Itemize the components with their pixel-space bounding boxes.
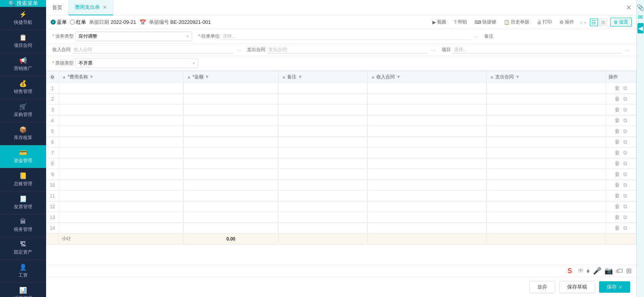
project-input[interactable]: [452, 46, 622, 53]
income-contract-cell[interactable]: [368, 201, 487, 212]
amount-cell[interactable]: [184, 105, 278, 115]
delete-row-icon[interactable]: 🗑: [614, 203, 620, 209]
calendar-icon[interactable]: 📅: [139, 19, 146, 25]
table-header-gear[interactable]: ⚙: [46, 71, 59, 83]
delete-row-icon[interactable]: 🗑: [614, 117, 620, 123]
shortcut-button[interactable]: ⌨ 快捷键: [472, 18, 498, 26]
window-close-button[interactable]: ✕: [621, 0, 636, 15]
expense-contract-cell[interactable]: [487, 223, 606, 234]
copy-row-icon[interactable]: ⧉: [623, 85, 627, 91]
list-view-button[interactable]: ☰: [590, 18, 598, 26]
expense-contract-cell[interactable]: [487, 180, 606, 191]
remark-cell[interactable]: [278, 105, 368, 115]
copy-row-icon[interactable]: ⧉: [623, 171, 627, 177]
save-button[interactable]: 保存 ∨: [599, 281, 630, 293]
remark-cell[interactable]: [278, 94, 368, 105]
tab-expense-form[interactable]: 费用支出单 ✕: [69, 0, 113, 15]
sort-icon-up[interactable]: ▲: [62, 74, 66, 80]
expense-contract-cell[interactable]: [487, 191, 606, 201]
expense-contract-cell[interactable]: [487, 169, 606, 180]
delete-row-icon[interactable]: 🗑: [614, 128, 620, 134]
expense-contract-cell[interactable]: [487, 105, 606, 115]
income-contract-cell[interactable]: [368, 126, 487, 137]
bottom-icon-camera[interactable]: 📷: [604, 267, 613, 275]
invoice-type-select[interactable]: 不开票 ▾: [75, 58, 198, 68]
delete-row-icon[interactable]: 🗑: [614, 192, 620, 199]
delete-row-icon[interactable]: 🗑: [614, 214, 620, 220]
expense-contract-cell[interactable]: [487, 148, 606, 158]
history-button[interactable]: 📋 历史单据: [502, 18, 531, 26]
income-contract-cell[interactable]: [368, 137, 487, 148]
expense-name-cell[interactable]: [59, 126, 184, 137]
income-contract-cell[interactable]: [368, 115, 487, 126]
remark-cell[interactable]: [278, 83, 368, 94]
income-contract-cell[interactable]: [368, 191, 487, 201]
sort-icon-down[interactable]: ▼: [298, 74, 303, 80]
delete-row-icon[interactable]: 🗑: [614, 96, 620, 102]
income-contract-cell[interactable]: [368, 148, 487, 158]
sidebar-item-invoice[interactable]: 🧾 发票管理: [0, 191, 46, 214]
income-contract-dots[interactable]: ···: [236, 47, 241, 53]
amount-cell[interactable]: [184, 137, 278, 148]
delete-row-icon[interactable]: 🗑: [614, 171, 620, 177]
remark-cell[interactable]: [278, 191, 368, 201]
expense-contract-cell[interactable]: [487, 201, 606, 212]
copy-row-icon[interactable]: ⧉: [623, 96, 627, 102]
sort-icon-up[interactable]: ▲: [490, 74, 494, 80]
expense-name-cell[interactable]: [59, 158, 184, 169]
radio-red[interactable]: 红单: [70, 19, 86, 26]
biz-type-select[interactable]: 应付调整 ▾: [75, 32, 192, 41]
copy-row-icon[interactable]: ⧉: [623, 225, 627, 231]
copy-row-icon[interactable]: ⧉: [623, 117, 627, 123]
remark-cell[interactable]: [278, 148, 368, 158]
print-button[interactable]: 🖨 打印: [535, 18, 554, 26]
sort-icon-down[interactable]: ▼: [205, 74, 209, 80]
sidebar-item-operations[interactable]: 📊 经营管理: [0, 283, 46, 297]
sidebar-item-ledger[interactable]: 📒 总账管理: [0, 168, 46, 191]
expense-name-cell[interactable]: [59, 148, 184, 158]
sort-icon-down[interactable]: ▼: [515, 74, 520, 80]
income-contract-cell[interactable]: [368, 180, 487, 191]
sidebar-item-purchase[interactable]: 🛒 采购管理: [0, 99, 46, 122]
expense-name-cell[interactable]: [59, 223, 184, 234]
delete-row-icon[interactable]: 🗑: [614, 149, 620, 156]
amount-cell[interactable]: [184, 115, 278, 126]
amount-cell[interactable]: [184, 148, 278, 158]
expense-name-cell[interactable]: [59, 212, 184, 223]
amount-cell[interactable]: [184, 94, 278, 105]
grid-view-button[interactable]: ⊞: [599, 18, 607, 26]
sidebar-item-payroll[interactable]: 👤 工资: [0, 260, 46, 283]
expense-contract-cell[interactable]: [487, 83, 606, 94]
expense-name-cell[interactable]: [59, 137, 184, 148]
amount-cell[interactable]: [184, 126, 278, 137]
expand-panel-icon[interactable]: ◀: [637, 23, 644, 33]
expense-contract-dots[interactable]: ···: [431, 47, 435, 53]
income-contract-input[interactable]: [72, 46, 233, 53]
expense-contract-cell[interactable]: [487, 212, 606, 223]
partner-input[interactable]: [221, 33, 470, 40]
copy-row-icon[interactable]: ⧉: [623, 182, 627, 188]
expense-name-cell[interactable]: [59, 180, 184, 191]
bottom-icon-diamond[interactable]: ♦: [586, 267, 590, 275]
delete-row-icon[interactable]: 🗑: [614, 160, 620, 166]
remark-cell[interactable]: [278, 126, 368, 137]
sidebar-item-marketing[interactable]: 📢 营销推广: [0, 53, 46, 76]
bottom-icon-mic[interactable]: 🎤: [593, 267, 601, 275]
video-button[interactable]: ▶ 视频: [430, 18, 449, 26]
income-contract-cell[interactable]: [368, 169, 487, 180]
sort-icon-up[interactable]: ▲: [187, 74, 191, 80]
tab-close-icon[interactable]: ✕: [103, 5, 107, 10]
partner-dots-icon[interactable]: ···: [473, 33, 478, 40]
nav-next-button[interactable]: ›: [583, 19, 587, 25]
amount-cell[interactable]: [184, 83, 278, 94]
income-contract-cell[interactable]: [368, 212, 487, 223]
income-contract-cell[interactable]: [368, 94, 487, 105]
sidebar-item-fixed-assets[interactable]: 🏗 固定资产: [0, 237, 46, 260]
sidebar-item-quick-nav[interactable]: ⚡ 快捷导航: [0, 7, 46, 30]
expense-name-cell[interactable]: [59, 115, 184, 126]
remark-cell[interactable]: [278, 137, 368, 148]
income-contract-cell[interactable]: [368, 105, 487, 115]
income-contract-cell[interactable]: [368, 158, 487, 169]
operation-button[interactable]: ⚙ 操作: [557, 18, 576, 26]
expense-contract-cell[interactable]: [487, 126, 606, 137]
